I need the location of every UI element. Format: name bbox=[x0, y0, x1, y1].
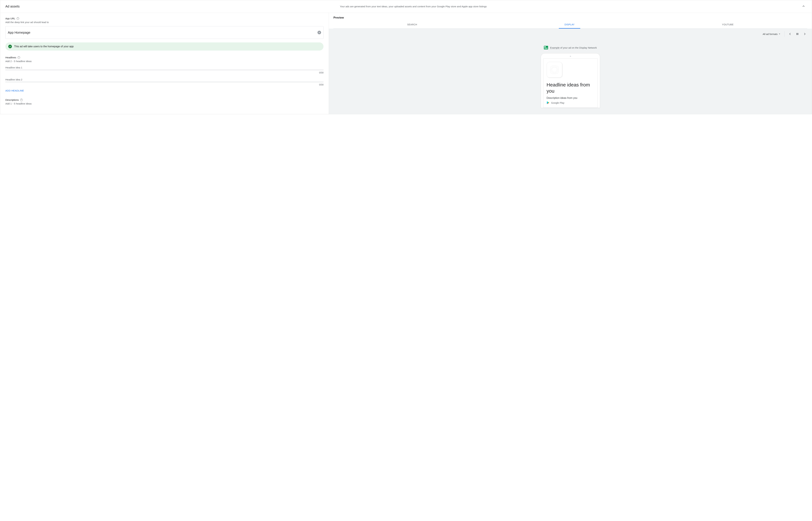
next-button[interactable] bbox=[802, 31, 808, 37]
ad-description: Description ideas from you bbox=[547, 96, 594, 99]
tab-youtube[interactable]: YOUTUBE bbox=[722, 21, 734, 28]
device-frame: Headline ideas from you Description idea… bbox=[541, 53, 600, 108]
headline-input-2[interactable] bbox=[5, 77, 324, 82]
svg-rect-3 bbox=[796, 33, 797, 35]
preview-panel: Preview SEARCH DISPLAY YOUTUBE All ad fo… bbox=[329, 13, 812, 114]
svg-rect-4 bbox=[798, 33, 798, 35]
app-icon-placeholder bbox=[547, 62, 562, 77]
format-dropdown[interactable]: All ad formats bbox=[763, 33, 781, 36]
example-link[interactable]: Example bbox=[550, 46, 559, 49]
headline-input-1[interactable] bbox=[5, 65, 324, 70]
pause-icon bbox=[796, 32, 799, 36]
add-headline-button[interactable]: ADD HEADLINE bbox=[5, 89, 324, 92]
caret-down-icon bbox=[779, 33, 781, 35]
display-network-icon bbox=[544, 46, 548, 49]
help-icon[interactable]: ? bbox=[20, 99, 23, 101]
headlines-label: Headlines bbox=[5, 56, 16, 59]
close-icon bbox=[318, 31, 320, 33]
collapse-toggle[interactable] bbox=[801, 3, 807, 10]
preview-controls: All ad formats bbox=[329, 29, 812, 39]
descriptions-label: Descriptions bbox=[5, 98, 19, 101]
prev-button[interactable] bbox=[787, 31, 793, 37]
chevron-left-icon bbox=[788, 32, 792, 36]
app-url-label: App URL bbox=[5, 17, 15, 20]
ad-assets-panel: Ad assets Your ads are generated from yo… bbox=[0, 0, 812, 114]
help-icon[interactable]: ? bbox=[18, 56, 20, 59]
svg-marker-2 bbox=[779, 33, 780, 35]
headlines-sublabel: Add 2 - 5 headline ideas bbox=[5, 60, 324, 63]
info-banner: This ad will take users to the homepage … bbox=[5, 42, 324, 50]
ad-preview-card: Headline ideas from you Description idea… bbox=[543, 59, 598, 108]
section-title: Ad assets bbox=[5, 4, 20, 8]
ad-headline: Headline ideas from you bbox=[547, 82, 594, 94]
svg-point-5 bbox=[551, 66, 558, 73]
divider bbox=[784, 31, 785, 37]
section-description: Your ads are generated from your text id… bbox=[26, 5, 801, 8]
example-label-row: Example of your ad on the Display Networ… bbox=[329, 46, 812, 49]
form-panel: App URL ? Add the deep link your ad shou… bbox=[0, 13, 329, 114]
google-play-icon bbox=[547, 101, 550, 104]
char-counter: 0/30 bbox=[5, 71, 324, 74]
descriptions-sublabel: Add 1 - 5 headline ideas bbox=[5, 102, 324, 105]
pause-button[interactable] bbox=[794, 31, 801, 37]
check-icon bbox=[8, 45, 12, 48]
tab-search[interactable]: SEARCH bbox=[407, 21, 417, 28]
store-label: Google Play bbox=[551, 101, 565, 104]
app-url-field-wrap bbox=[5, 26, 324, 39]
help-icon[interactable]: ? bbox=[17, 17, 19, 20]
preview-tabs: SEARCH DISPLAY YOUTUBE bbox=[333, 21, 807, 29]
chevron-right-icon bbox=[803, 32, 806, 36]
char-counter: 0/30 bbox=[5, 83, 324, 86]
section-header[interactable]: Ad assets Your ads are generated from yo… bbox=[0, 0, 812, 13]
app-url-sublabel: Add the deep link your ad should lead to bbox=[5, 21, 324, 24]
preview-title: Preview bbox=[333, 16, 807, 19]
clear-input-button[interactable] bbox=[317, 31, 321, 34]
tab-display[interactable]: DISPLAY bbox=[565, 21, 575, 28]
chevron-up-icon bbox=[802, 4, 805, 8]
banner-text: This ad will take users to the homepage … bbox=[14, 45, 74, 48]
store-row: Google Play bbox=[547, 101, 594, 104]
device-speaker-icon bbox=[570, 56, 571, 57]
app-url-input[interactable] bbox=[8, 31, 317, 35]
svg-point-6 bbox=[552, 67, 557, 72]
